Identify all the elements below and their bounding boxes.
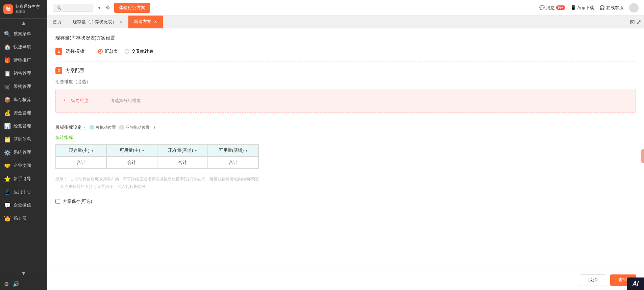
- stat-body-row-0: 合计 合计 合计 合计: [56, 156, 258, 169]
- sidebar-item-wechat[interactable]: 💬 企业微信: [0, 199, 47, 212]
- tips-item-1: 2.点击标题栏下拉可设置排序、插入列和删除列: [61, 184, 146, 189]
- header-right: 💬 消息 99+ 📱 App下载 🎧 在线客服: [539, 3, 639, 13]
- sidebar-item-management[interactable]: 📊 经营管理: [0, 120, 47, 133]
- step1-options: 汇总表 交叉统计表: [98, 48, 153, 54]
- radio-summary[interactable]: 汇总表: [98, 48, 118, 54]
- search-icon-header: 🔍: [56, 5, 61, 10]
- tab-new-scheme-label: 新建方案: [134, 19, 151, 25]
- sidebar-item-new-guide[interactable]: 🌟 新手引导: [0, 172, 47, 186]
- radio-cross[interactable]: 交叉统计表: [125, 48, 153, 54]
- stat-header-row: 现存量(主) ▾ 可用量(主) ▾ 现存量(基辅) ▾: [56, 144, 258, 156]
- tab-inventory-status-close[interactable]: ×: [119, 20, 123, 24]
- step1-number: 1: [55, 48, 62, 55]
- sidebar-item-marketing[interactable]: 🎁 营销推广: [0, 54, 47, 67]
- stat-section-label: 统计指标: [55, 135, 636, 141]
- sidebar-item-label: 系统管理: [14, 149, 31, 155]
- phone-download-icon: 📱: [571, 5, 576, 10]
- tab-inventory-status[interactable]: 现存量（库存状况表） ×: [67, 16, 128, 28]
- legend-draggable-text: 可拖动位置: [96, 125, 116, 130]
- step1-title: 选择模板: [66, 48, 84, 54]
- content-area: 现存量(库存状况表)方案设置 1 选择模板 汇总表 交叉统计表: [47, 28, 644, 270]
- save-label: 方案保存(可选): [63, 198, 92, 204]
- sidebar-item-purchase[interactable]: 🛒 采购管理: [0, 80, 47, 93]
- stat-cell-0-2: 合计: [157, 156, 208, 169]
- online-service-btn[interactable]: 🎧 在线客服: [599, 5, 624, 11]
- stat-header-3-text: 可用量(基辅): [219, 147, 244, 153]
- stat-header-2[interactable]: 现存量(基辅) ▾: [157, 144, 208, 156]
- trial-industry-btn[interactable]: 体验行业方案: [114, 3, 150, 13]
- volume-icon[interactable]: 🔊: [13, 281, 20, 287]
- legend-non-draggable: 不可拖动位置: [119, 125, 150, 130]
- sidebar-item-sales[interactable]: 📋 销售管理: [0, 67, 47, 80]
- user-avatar[interactable]: [629, 3, 639, 13]
- phone-icon: 📱: [4, 189, 11, 195]
- sidebar-item-inventory[interactable]: 📦 库存核算: [0, 93, 47, 106]
- crown-icon: 👑: [4, 215, 11, 222]
- sidebar-item-search[interactable]: 🔍 搜索菜单: [0, 27, 47, 41]
- sidebar-item-label: 快捷导航: [14, 44, 31, 50]
- scroll-indicator[interactable]: [641, 149, 644, 163]
- chevron-down-1: ▾: [142, 149, 144, 152]
- box-icon: 📦: [4, 97, 11, 103]
- save-checkbox[interactable]: [55, 199, 60, 204]
- sidebar-item-basic-info[interactable]: 🗂️ 基础信息: [0, 133, 47, 146]
- dimension-label: 汇总维度（必选）: [55, 79, 636, 85]
- top-header: 🔍 ▼ ⚙ 体验行业方案 💬 消息 99+ 📱 App下载 🎧 在线客服: [47, 0, 644, 16]
- stat-header-0[interactable]: 现存量(主) ▾: [56, 144, 106, 156]
- settings-bottom-icon[interactable]: ⚙: [4, 281, 9, 287]
- stat-table-container: 现存量(主) ▾ 可用量(主) ▾ 现存量(基辅) ▾: [55, 144, 259, 169]
- sidebar-item-quick-nav[interactable]: 🏠 快捷导航: [0, 41, 47, 54]
- tab-expand-btn[interactable]: ⤢: [636, 18, 641, 26]
- tips-title-label: 提示： 1.拖动标题栏可以调整布局，不可跨维度或指标区域拖动栏目字段(只能在同一…: [55, 176, 636, 183]
- app-download-btn[interactable]: 📱 App下载: [571, 5, 594, 11]
- app-name: 畅康通好生意: [16, 4, 40, 9]
- step2-number: 2: [55, 67, 62, 74]
- dim-field-label: 纵向维度: [71, 98, 89, 104]
- dim-required-mark: *: [64, 98, 66, 103]
- tips-item-1-row: 2.点击标题栏下拉可设置排序、插入列和删除列: [55, 183, 636, 191]
- header-search-box[interactable]: 🔍: [53, 4, 93, 12]
- section-divider-1: [55, 62, 636, 62]
- sidebar-scroll-down[interactable]: ▼: [0, 269, 47, 278]
- cancel-button[interactable]: 取消: [580, 274, 606, 286]
- dim-separator: ——: [94, 98, 105, 104]
- draggable-legend-box: [90, 125, 94, 129]
- stat-header-1[interactable]: 可用量(主) ▾: [106, 144, 157, 156]
- folder-icon: 🗂️: [4, 136, 11, 143]
- sidebar-item-finance[interactable]: 💰 资金管理: [0, 106, 47, 120]
- indicator-settings: 模板指标设定（ 可拖动位置 不可拖动位置 ） 统计指标: [55, 124, 636, 169]
- sidebar-item-member[interactable]: 👑 畅会员: [0, 212, 47, 225]
- header-settings-btn[interactable]: ⚙: [105, 4, 110, 11]
- sidebar-item-cooperation[interactable]: 🤝 企业协同: [0, 159, 47, 172]
- header-dropdown-btn[interactable]: ▼: [97, 5, 101, 10]
- dimension-section: 汇总维度（必选） * 纵向维度 —— 请选择分组维度: [55, 79, 636, 113]
- sidebar-item-app-center[interactable]: 📱 应用中心: [0, 186, 47, 199]
- stat-header-0-text: 现存量(主): [69, 147, 90, 153]
- messages-badge: 99+: [556, 5, 565, 10]
- chevron-down-0: ▾: [92, 149, 93, 152]
- app-name-block: 畅康通好生意 标准版: [16, 4, 40, 14]
- dimension-area[interactable]: * 纵向维度 —— 请选择分组维度: [55, 89, 636, 113]
- sidebar-bottom: ⚙ 🔊: [0, 278, 47, 290]
- sidebar-scroll-up[interactable]: ▲: [0, 19, 47, 27]
- sidebar-item-label: 应用中心: [14, 189, 31, 195]
- chevron-down-2: ▾: [195, 149, 197, 152]
- stat-header-3[interactable]: 可用量(基辅) ▾: [208, 144, 258, 156]
- sidebar-item-label: 企业微信: [14, 202, 31, 208]
- radio-summary-dot: [98, 49, 103, 54]
- tab-new-scheme-close[interactable]: ×: [153, 19, 157, 24]
- messages-btn[interactable]: 💬 消息 99+: [539, 5, 565, 11]
- ai-fab-button[interactable]: Ai: [627, 277, 644, 290]
- legend-non-draggable-text: 不可拖动位置: [125, 125, 150, 130]
- sidebar-item-system[interactable]: ⚙️ 系统管理: [0, 146, 47, 159]
- online-service-label: 在线客服: [606, 5, 624, 11]
- non-draggable-legend-box: [119, 125, 124, 129]
- tab-home[interactable]: 首页: [47, 16, 67, 28]
- money-icon: 💰: [4, 110, 11, 116]
- handshake-icon: 🤝: [4, 163, 11, 169]
- step2-title: 方案配置: [66, 68, 84, 74]
- tab-collapse-btn[interactable]: ⊠: [630, 18, 635, 26]
- sidebar-item-label: 采购管理: [14, 83, 31, 90]
- save-option-section: 方案保存(可选): [55, 198, 636, 204]
- tab-new-scheme[interactable]: 新建方案 ×: [128, 16, 163, 28]
